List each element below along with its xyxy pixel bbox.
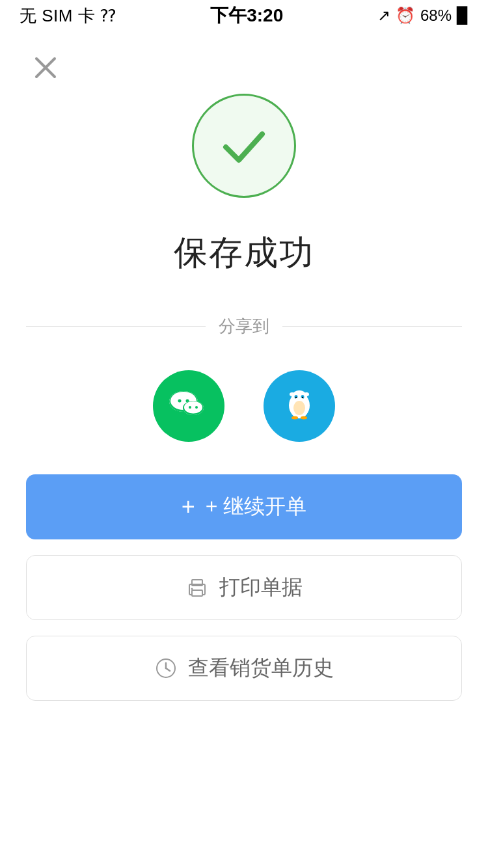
checkmark-icon [218,120,270,172]
share-label: 分享到 [219,315,269,338]
svg-point-11 [195,406,198,409]
share-section: 分享到 [26,315,462,442]
print-button[interactable]: 打印单据 [26,555,462,620]
divider-left [26,326,206,327]
close-button[interactable] [26,48,65,87]
svg-point-5 [178,400,182,403]
svg-point-21 [291,416,298,420]
share-icons [153,370,335,442]
status-bar: 无 SIM 卡 ⁇ 下午3:20 ↗ ⏰ 68% ▉ [0,0,488,29]
svg-rect-27 [192,590,202,596]
divider-right [282,326,462,327]
clock-icon [154,657,178,680]
success-title: 保存成功 [174,230,314,276]
wechat-share-button[interactable] [153,370,224,442]
share-divider: 分享到 [26,315,462,338]
svg-line-31 [166,668,170,671]
history-button[interactable]: 查看销货单历史 [26,636,462,701]
qq-icon [277,383,322,429]
history-label: 查看销货单历史 [188,654,334,683]
main-content: 保存成功 分享到 [0,29,488,868]
print-label: 打印单据 [219,573,303,602]
close-icon [34,56,57,79]
svg-point-24 [304,392,309,396]
success-circle [192,94,296,198]
svg-point-10 [189,406,191,409]
wechat-icon [166,383,211,429]
alarm-icon: ⏰ [396,7,415,25]
status-right: ↗ ⏰ 68% ▉ [377,7,468,25]
status-time: 下午3:20 [210,3,283,28]
svg-point-23 [290,392,295,396]
continue-label: + 继续开单 [206,493,307,521]
svg-point-9 [184,401,202,414]
plus-icon: + [182,493,195,521]
continue-button[interactable]: + + 继续开单 [26,474,462,539]
battery-percentage: 68% [420,7,452,25]
svg-point-28 [191,588,193,590]
status-left: 无 SIM 卡 ⁇ [20,5,116,27]
qq-share-button[interactable] [264,370,335,442]
svg-point-20 [293,401,305,415]
printer-icon [185,576,209,599]
location-icon: ↗ [377,7,390,25]
action-buttons: + + 继续开单 打印单据 查看销货单历史 [26,474,462,701]
battery-icon: ▉ [457,7,468,25]
svg-point-22 [301,416,307,420]
